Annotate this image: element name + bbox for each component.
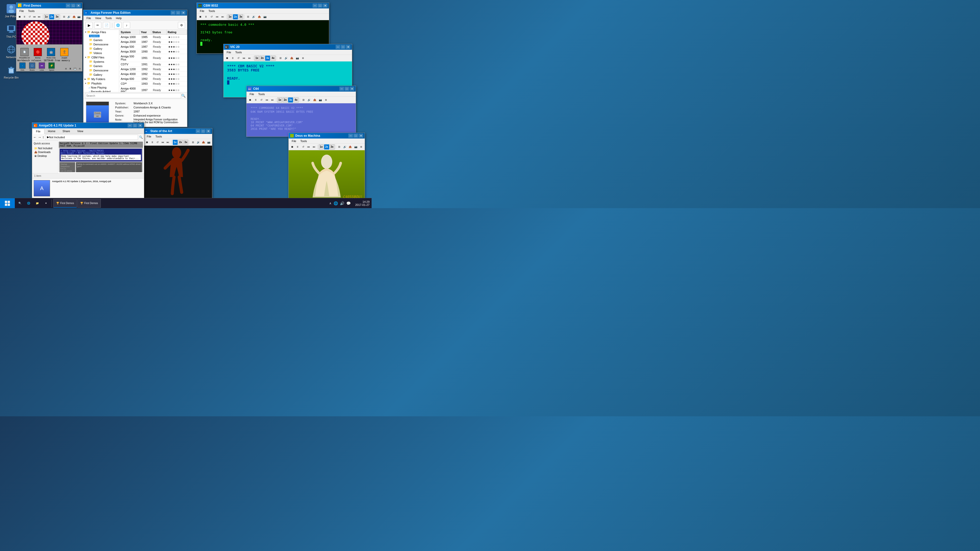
tab-share[interactable]: Share [59, 129, 73, 133]
tree-cbm-systems[interactable]: 📁Systems [83, 59, 119, 64]
c64-stop[interactable]: ⏹ [248, 97, 253, 103]
row-amiga4000[interactable]: Amiga 40001992Ready★★★☆☆ [119, 72, 187, 76]
af-search-input[interactable] [85, 93, 181, 98]
vic-extra[interactable]: ⊕ [301, 56, 305, 61]
deus-prev[interactable]: ⏮ [306, 144, 311, 149]
tab-home[interactable]: Home [45, 129, 59, 133]
tree-demoscene[interactable]: 📁Demoscene [83, 42, 119, 46]
tree-videos[interactable]: 📁Videos [83, 51, 119, 55]
state-art-titlebar[interactable]: ∞ State of the Art ─ □ ✕ [144, 128, 212, 134]
amiga-forever-titlebar[interactable]: ∞ Amiga Forever Plus Edition ─ □ ✕ [83, 10, 187, 16]
amiga-taskbar-1[interactable]: ⊞ [64, 67, 68, 71]
deus-menu-file[interactable]: File [290, 139, 298, 143]
maximize-btn[interactable]: □ [71, 3, 76, 8]
tree-cbm-demoscene[interactable]: 📁Demoscene [83, 68, 119, 73]
share-btn[interactable]: 📤 [72, 14, 76, 19]
c64-close[interactable]: ✕ [350, 87, 354, 91]
cbm-volume[interactable]: 🔊 [251, 14, 256, 19]
tab-file[interactable]: File [32, 129, 45, 134]
cbm-screen[interactable]: 📷 [262, 14, 267, 19]
c64-restart[interactable]: ↺ [259, 97, 264, 103]
deus-close[interactable]: ✕ [359, 134, 363, 138]
col-rating[interactable]: Rating [167, 30, 187, 35]
vic-screenshot[interactable]: 📷 [295, 56, 300, 61]
vic-restart[interactable]: ↺ [236, 56, 241, 61]
taskbar-files[interactable]: 📁 [33, 199, 41, 208]
tree-cbm-games[interactable]: 📁Games [83, 64, 119, 68]
address-input[interactable]: ▶ Not Included [45, 135, 138, 140]
col-status[interactable]: Status [151, 30, 167, 35]
vic-pause[interactable]: ⏸ [230, 56, 235, 61]
cbm-minimize[interactable]: ─ [313, 3, 317, 8]
first-demos-titlebar[interactable]: 🏆 First Demos ─ □ ✕ [16, 3, 82, 8]
deus-minimize[interactable]: ─ [348, 134, 353, 138]
c64-screenshot[interactable]: 📷 [318, 97, 323, 103]
row-amiga600[interactable]: Amiga 6001992Ready★★★☆☆ [119, 76, 187, 81]
sidebar-item-not-included[interactable]: 📁 Not Included [33, 146, 56, 150]
row-amiga1200[interactable]: Amiga 12001992Ready★★★☆☆ [119, 67, 187, 72]
vic-menu-tools[interactable]: Tools [233, 50, 244, 54]
file-btn[interactable]: 📄 [103, 22, 110, 29]
tab-view[interactable]: View [73, 129, 87, 133]
vic-share[interactable]: 📤 [289, 56, 294, 61]
deus-extra[interactable]: ⊕ [359, 144, 364, 149]
deus-maximize[interactable]: □ [353, 134, 358, 138]
tree-games[interactable]: 📁Games [83, 38, 119, 42]
amiga-taskbar-3[interactable]: 💾 [73, 67, 77, 71]
sa-maximize[interactable]: □ [201, 129, 205, 133]
aspect-btn[interactable]: ⊞ [62, 14, 66, 19]
minimize-btn[interactable]: ─ [66, 3, 70, 8]
close-btn[interactable]: ✕ [76, 3, 81, 8]
tree-gallery[interactable]: 📁Gallery [83, 46, 119, 51]
row-amiga2000[interactable]: Amiga 20001987Ready★★☆☆☆ [119, 40, 187, 44]
row-amiga500[interactable]: Amiga 5001987Ready★★★☆☆ [119, 44, 187, 49]
sidebar-item-downloads[interactable]: 📥 Downloads [33, 150, 56, 154]
af-maximize[interactable]: □ [176, 11, 180, 15]
row-amiga1000[interactable]: Amiga 10001985Ready★☆☆☆☆ [119, 35, 187, 40]
cbm-menu-tools[interactable]: Tools [207, 9, 217, 13]
stop-btn[interactable]: ⏹ [18, 14, 22, 19]
prev-btn[interactable]: ⏮ [32, 14, 37, 19]
sa-menu-tools[interactable]: Tools [153, 135, 164, 138]
row-amiga3000[interactable]: Amiga 30001990Ready★★★☆☆ [119, 49, 187, 54]
pause-btn[interactable]: ⏸ [22, 14, 27, 19]
deus-share[interactable]: 📤 [348, 144, 353, 149]
tree-playlists[interactable]: ▼ 📁 Playlists [83, 81, 119, 86]
tree-my-folders[interactable]: ▶ 📁 My Folders [83, 77, 119, 81]
taskbar-amiga[interactable]: ✦ [42, 199, 50, 208]
cbm-prev[interactable]: ⏮ [215, 14, 220, 19]
search-icon[interactable]: 🔍 [139, 135, 143, 139]
cbm-maximize[interactable]: □ [318, 3, 322, 8]
tray-volume[interactable]: 🔊 [340, 201, 344, 205]
deus-volume[interactable]: 🔊 [342, 144, 347, 149]
vic-close[interactable]: ✕ [346, 45, 350, 49]
cbm-menu-file[interactable]: File [198, 9, 207, 13]
deus-stop[interactable]: ⏹ [290, 144, 294, 149]
c64-minimize[interactable]: ─ [339, 87, 344, 91]
taskbar-clock[interactable]: 14:29 2017-01-27 [353, 200, 372, 206]
screenshot-btn[interactable]: 📷 [77, 14, 81, 19]
taskbar-search[interactable]: 🔍 [16, 199, 24, 208]
c64-prev[interactable]: ⏮ [264, 97, 269, 103]
tree-cbm-gallery[interactable]: 📁Gallery [83, 73, 119, 77]
search-btn[interactable]: 🔍 [181, 94, 186, 98]
sa-pause[interactable]: ⏸ [150, 140, 155, 145]
sa-next[interactable]: ⏭ [165, 140, 170, 145]
af-close[interactable]: ✕ [181, 11, 186, 15]
vic-aspect[interactable]: ⊞ [278, 56, 283, 61]
row-amiga4000ppc[interactable]: Amiga 4000 PPC1997Ready★★★☆☆ [119, 86, 187, 92]
af-menu-file[interactable]: File [84, 16, 93, 20]
vic-menu-file[interactable]: File [224, 50, 233, 54]
vic-maximize[interactable]: □ [341, 45, 345, 49]
deus-next[interactable]: ⏭ [312, 144, 317, 149]
sa-stop[interactable]: ⏹ [145, 140, 150, 145]
c64-extra[interactable]: ⊕ [323, 97, 328, 103]
amigaos41-titlebar[interactable]: A AmigaOS 4.1 FE Update 1 ─ □ ✕ [32, 123, 144, 128]
af-menu-tools[interactable]: Tools [103, 16, 114, 20]
taskbar-first-demos-2[interactable]: 🏆 First Demos [77, 199, 101, 208]
vic-stop[interactable]: ⏹ [224, 56, 230, 61]
tree-systems[interactable]: Systems [83, 34, 119, 38]
cbm-stop[interactable]: ⏹ [198, 14, 203, 19]
aos-maximize[interactable]: □ [133, 124, 137, 127]
c64-share[interactable]: 📤 [312, 97, 317, 103]
